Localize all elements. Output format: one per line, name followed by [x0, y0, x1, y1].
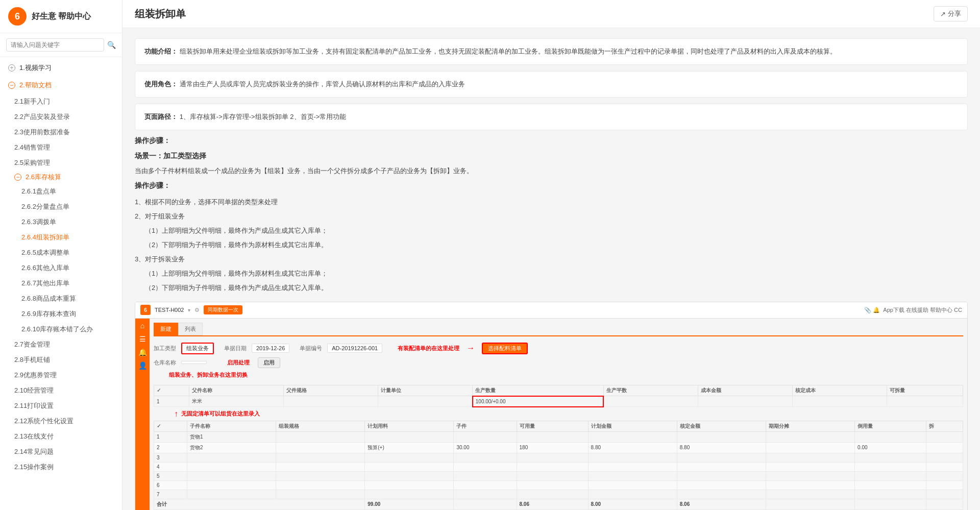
sidebar-item-data[interactable]: 2.3使用前数据准备	[14, 125, 122, 140]
app-tabs: 新建 列表	[154, 323, 963, 336]
sidebar-item-faq[interactable]: 2.14常见问题	[14, 444, 122, 459]
ops-section: 操作步骤： 场景一：加工类型选择 当由多个子件材料组装成一个成品的业务为【组装】…	[135, 136, 968, 510]
nav-section: + 1.视频学习 − 2.帮助文档 2.1新手入门 2.2产品安装及登录 2.3…	[0, 57, 122, 477]
annotation-text-1: 有装配清单的在这里处理	[398, 345, 459, 352]
sidebar-item-stock8[interactable]: 2.6.8商品成本重算	[21, 291, 122, 306]
sub-col-check: ✓	[154, 421, 187, 431]
sidebar-item-stock10[interactable]: 2.6.10库存账本错了么办	[21, 322, 122, 337]
annotation-4-row: ↑ 无固定清单可以组货在这里录入	[174, 409, 963, 419]
step1: 1、根据不同的业务，选择不同单据的类型来处理	[135, 196, 968, 209]
app-main-content: 新建 列表 加工类型 组装业务 单据日期 2019-12-	[150, 319, 967, 510]
col-prod-area: 生产平数	[603, 385, 698, 396]
sidebar: 6 好生意 帮助中心 🔍 + 1.视频学习 − 2.帮助文档 2.1新手入门 2…	[0, 0, 122, 510]
sidebar-item-docs[interactable]: − 2.帮助文档	[0, 77, 122, 94]
step3-2: （2）下部明细为子件明细，最终作为产成品生成其它入库单。	[145, 281, 968, 295]
sidebar-item-coupon[interactable]: 2.9优惠券管理	[14, 368, 122, 383]
role-block: 使用角色： 通常由生产人员或库管人员完成拆装业务的操作，库管人员确认原材料的出库…	[135, 71, 968, 98]
child-row-1: 1 货物1	[154, 431, 963, 442]
sidebar-item-print[interactable]: 2.11打印设置	[14, 398, 122, 414]
app-sidebar-strip: ⌂ ☰ 🔔 👤	[135, 319, 150, 510]
topbar-id: TEST-H002	[155, 307, 184, 313]
sidebar-item-stock4[interactable]: 2.6.4组装拆卸单	[21, 230, 122, 245]
col-disassemble: 可拆量	[887, 385, 963, 396]
share-button[interactable]: ↗ 分享	[934, 6, 968, 21]
topbar-right: 📎 🔔 App下载 在线援助 帮助中心 CC	[864, 306, 962, 314]
sub-col-spec: 组装规格	[276, 421, 365, 431]
topbar-right-text: App下载 在线援助 帮助中心 CC	[883, 306, 962, 314]
annotation-text-2: 组装业务、拆卸业务在这里切换	[169, 371, 963, 379]
form-row-1: 加工类型 组装业务 单据日期 2019-12-26 单据编号 AD-201912…	[154, 343, 963, 354]
topbar-dropdown-icon: ▾	[188, 307, 190, 313]
warehouse-label: 仓库名称	[154, 359, 176, 367]
search-input[interactable]	[6, 38, 104, 52]
sidebar-item-purchase[interactable]: 2.5采购管理	[14, 155, 122, 171]
sidebar-item-stock[interactable]: − 2.6库存核算	[14, 171, 122, 184]
sidebar-item-stock1[interactable]: 2.6.1盘点单	[21, 184, 122, 199]
sidebar-item-stock3[interactable]: 2.6.3调拨单	[21, 214, 122, 230]
sidebar-item-ops[interactable]: 2.10经营管理	[14, 383, 122, 398]
parent-table-header: ✓ 父件名称 父件规格 计量单位 生产数量 生产平数 成本金额 核定成本 可拆量	[154, 385, 963, 396]
tab-list[interactable]: 列表	[178, 323, 203, 335]
role-label: 使用角色：	[144, 80, 178, 88]
code-label: 单据编号	[300, 345, 322, 352]
enable-btn[interactable]: 启用	[258, 357, 280, 368]
path-label: 页面路径：	[144, 113, 178, 120]
sidebar-item-stock9[interactable]: 2.6.9库存账本查询	[21, 306, 122, 322]
sidebar-item-fund[interactable]: 2.7资金管理	[14, 337, 122, 352]
sidebar-item-install[interactable]: 2.2产品安装及登录	[14, 109, 122, 125]
topbar-icons: 📎 🔔	[864, 307, 880, 313]
sub-col-plan-amt: 计划金额	[588, 421, 677, 431]
col-parent-name: 父件名称	[189, 385, 283, 396]
topbar-setting-icon: ⚙	[194, 307, 200, 313]
cell-unit	[378, 396, 473, 407]
stock-submenu: 2.6.1盘点单 2.6.2分量盘点单 2.6.3调拨单 2.6.4组装拆卸单 …	[14, 184, 122, 337]
share-label: 分享	[948, 9, 961, 18]
app-topbar-logo: 6	[140, 305, 151, 315]
path-block: 页面路径： 1、库存核算->库存管理->组装拆卸单 2、首页->常用功能	[135, 104, 968, 130]
col-check: ✓	[154, 385, 189, 396]
sidebar-item-stock2[interactable]: 2.6.2分量盘点单	[21, 199, 122, 214]
page-title: 组装拆卸单	[135, 7, 186, 21]
child-table-header: ✓ 子件名称 组装规格 计划用料 子件 可用量 计划金额 核定金额 期期分摊	[154, 421, 963, 431]
child-row-5: 5	[154, 471, 963, 480]
cell-prod-area	[603, 396, 698, 407]
app-ui: 6 TEST-H002 ▾ ⚙ 同期数据一次 📎 🔔 App下载 在线援助 帮助…	[135, 302, 967, 510]
search-button[interactable]: 🔍	[107, 41, 116, 49]
sidebar-item-sales[interactable]: 2.4销售管理	[14, 140, 122, 155]
scene1-desc: 当由多个子件材料组装成一个成品的业务为【组装】业务，当由一个父件拆分成多个子产品…	[135, 165, 968, 177]
child-row-6: 6	[154, 480, 963, 490]
role-text: 通常由生产人员或库管人员完成拆装业务的操作，库管人员确认原材料的出库和产成品的入…	[180, 80, 465, 88]
step2: 2、对于组装业务	[135, 210, 968, 223]
cell-parent-spec	[284, 396, 378, 407]
child-row-7: 7	[154, 490, 963, 499]
sub-col-actual: 倒用量	[855, 421, 926, 431]
col-prod-qty: 生产数量	[473, 385, 604, 396]
topbar-sync-btn[interactable]: 同期数据一次	[204, 305, 242, 314]
bom-select-btn[interactable]: 选择配料清单	[482, 343, 528, 354]
sidebar-item-video[interactable]: + 1.视频学习	[0, 59, 122, 77]
sidebar-item-stock6[interactable]: 2.6.6其他入库单	[21, 260, 122, 276]
person-icon: 👤	[138, 361, 147, 370]
share-icon: ↗	[940, 10, 946, 18]
main-header: 组装拆卸单 ↗ 分享	[122, 0, 980, 28]
tab-new[interactable]: 新建	[154, 323, 178, 335]
sidebar-item-custom[interactable]: 2.12系统个性化设置	[14, 414, 122, 429]
annotation-text-4: 无固定清单可以组货在这里录入	[181, 410, 260, 418]
code-value: AD-20191226-001	[327, 344, 382, 353]
func-intro-block: 功能介绍： 组装拆卸单用来处理企业组装或拆卸等加工业务，支持有固定装配清单的产品…	[135, 38, 968, 65]
col-unit: 计量单位	[378, 385, 473, 396]
main-content: 组装拆卸单 ↗ 分享 功能介绍： 组装拆卸单用来处理企业组装或拆卸等加工业务，支…	[122, 0, 980, 510]
child-row-3: 3	[154, 453, 963, 462]
sidebar-item-stock7[interactable]: 2.6.7其他出库单	[21, 276, 122, 291]
type-label: 加工类型	[154, 345, 176, 352]
sidebar-item-new[interactable]: 2.1新手入门	[14, 94, 122, 109]
sidebar-item-stock5[interactable]: 2.6.5成本调整单	[21, 245, 122, 260]
parent-table: ✓ 父件名称 父件规格 计量单位 生产数量 生产平数 成本金额 核定成本 可拆量	[154, 385, 963, 407]
warehouse-value	[181, 361, 207, 364]
sidebar-item-mobile[interactable]: 2.8手机旺铺	[14, 352, 122, 368]
type-value[interactable]: 组装业务	[181, 343, 214, 354]
sidebar-item-case[interactable]: 2.15操作案例	[14, 459, 122, 475]
func-intro-text: 组装拆卸单用来处理企业组装或拆卸等加工业务，支持有固定装配清单的产品加工业务，也…	[180, 47, 837, 55]
sidebar-item-pay[interactable]: 2.13在线支付	[14, 429, 122, 444]
sub-steps-2: （1）上部明细为父件明细，最终作为产成品生成其它入库单； （2）下部明细为子件明…	[135, 224, 968, 252]
